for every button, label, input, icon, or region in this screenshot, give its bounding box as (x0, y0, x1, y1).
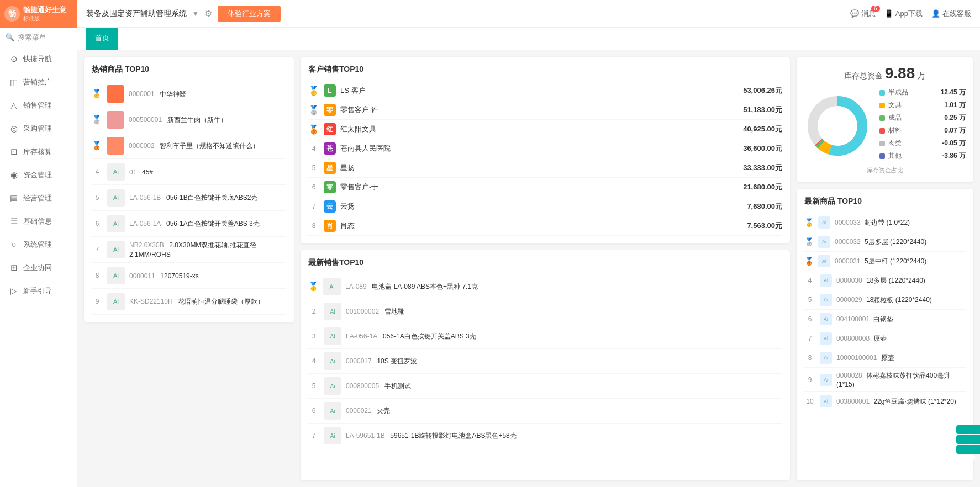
sidebar-item-guide[interactable]: ▷ 新手引导 (0, 279, 77, 303)
product-code: 0000001 (129, 90, 155, 98)
product-details: 0000021 夹壳 (346, 406, 782, 416)
latest-product-row: 7 Ai 000800008 原壶 (804, 329, 966, 348)
product-name: 电池盖 LA-089 ABS本色+黑种 7.1克 (372, 283, 478, 290)
home-icon: ⊙ (9, 54, 19, 64)
latest-product-row: 🥇 Ai 0000033 封边带 (1.0*22) (804, 213, 966, 232)
top-customer-row: 🥇 L LS 客户 53,006.26元 (308, 81, 782, 100)
product-icon: Ai (824, 377, 828, 383)
product-icon: Ai (824, 316, 828, 322)
product-code: 000800008 (836, 335, 870, 342)
product-icon: Ai (113, 246, 119, 253)
product-code: KK-SD22110H (129, 298, 173, 305)
sidebar-item-inventory[interactable]: ⊡ 库存核算 (0, 140, 77, 163)
sidebar-item-cooperation[interactable]: ⊞ 企业协同 (0, 256, 77, 279)
product-name: 原壶 (881, 354, 894, 362)
product-icon: Ai (330, 433, 335, 439)
float-buttons: 客服热线 服务社区 直播 (956, 425, 980, 454)
sidebar-item-sales[interactable]: △ 销售管理 (0, 94, 77, 117)
hot-products-list: 🥇 0000001 中华神酱 🥈 000500001 新西兰牛肉（新牛） 🥉 0… (92, 81, 286, 315)
product-name: 手机测试 (384, 382, 411, 390)
sidebar-item-finance[interactable]: ◉ 资金管理 (0, 163, 77, 187)
product-details: 0000011 12070519-xs (129, 272, 286, 280)
product-image-placeholder: Ai (820, 294, 832, 306)
legend-label: 材料 (888, 126, 902, 135)
main-content: 热销商品 TOP10 🥇 0000001 中华神酱 🥈 000500001 新西… (77, 50, 980, 487)
legend-item: 其他 -3.86 万 (879, 151, 966, 161)
legend-label-group: 文具 (879, 100, 902, 110)
legend-color-dot (879, 103, 885, 108)
bronze-medal-icon: 🥉 (308, 124, 319, 135)
inventory-value: 9.88 (885, 65, 915, 82)
product-image-placeholder: Ai (818, 216, 830, 229)
gold-medal-icon: 🥇 (308, 86, 319, 96)
nav-label-inventory: 库存核算 (23, 147, 52, 157)
product-image-placeholder: Ai (324, 327, 341, 345)
rank-number: 5 (92, 194, 103, 202)
sidebar-item-marketing[interactable]: ◫ 营销推广 (0, 71, 77, 94)
top-customers-card: 客户销售TOP10 🥇 L LS 客户 53,006.26元 🥈 零 零售客户-… (301, 57, 790, 244)
product-code: NB2.0X30B (129, 241, 164, 249)
product-name: 45# (142, 168, 153, 176)
product-code: 0000033 (835, 219, 861, 226)
legend-color-dot (879, 141, 885, 146)
legend-color-dot (879, 115, 885, 121)
product-name: 056-1B白色按键开关底ABS2壳 (166, 194, 257, 202)
app-download-button[interactable]: 📱 App下载 (884, 9, 923, 19)
inventory-legend: 半成品 12.45 万 文具 1.01 万 成品 0.25 万 材料 0.07 … (879, 88, 966, 164)
product-image-placeholder: Ai (107, 215, 125, 232)
message-badge: 6 (871, 6, 880, 12)
product-image-placeholder: Ai (324, 402, 341, 420)
rank-number: 6 (308, 407, 319, 415)
bronze-medal-icon: 🥉 (92, 141, 102, 151)
search-label: 搜索菜单 (18, 33, 46, 43)
customer-badge: 红 (324, 123, 336, 135)
left-panel: 热销商品 TOP10 🥇 0000001 中华神酱 🥈 000500001 新西… (84, 57, 294, 480)
product-name: 5层多层 (1220*2440) (865, 238, 926, 246)
product-image-placeholder: Ai (820, 395, 832, 407)
message-button[interactable]: 💬 消息 6 (850, 9, 876, 19)
rank-number: 4 (804, 277, 815, 284)
customer-amount: 53,006.26元 (743, 86, 782, 96)
product-image-placeholder: Ai (107, 163, 125, 181)
rank-number: 7 (92, 246, 103, 253)
product-details: LA-056-1B 056-1B白色按键开关底ABS2壳 (129, 193, 286, 203)
product-icon: Ai (113, 168, 119, 175)
product-details: 10000100001 原壶 (836, 353, 966, 363)
dropdown-icon[interactable]: ▼ (192, 10, 199, 18)
product-details: 0000017 10S 变扭罗浚 (346, 357, 782, 366)
sidebar-item-basic-info[interactable]: ☰ 基础信息 (0, 210, 77, 233)
float-btn-service[interactable]: 客服热线 (956, 425, 980, 434)
legend-label: 成品 (888, 113, 902, 123)
product-name: 中华神酱 (160, 90, 186, 98)
product-image-placeholder: Ai (107, 189, 125, 207)
purchase-icon: ◎ (9, 124, 19, 134)
latest-sales-list: 🥇 Ai LA-089 电池盖 LA-089 ABS本色+黑种 7.1克 2 A… (308, 274, 782, 448)
sidebar-item-system[interactable]: ○ 系统管理 (0, 233, 77, 256)
trial-button[interactable]: 体验行业方案 (218, 6, 281, 22)
latest-product-row: 6 Ai 004100001 白钢垫 (804, 310, 966, 329)
sidebar-item-quick-nav[interactable]: ⊙ 快捷导航 (0, 47, 77, 71)
legend-label-group: 半成品 (879, 88, 908, 97)
legend-label-group: 材料 (879, 126, 902, 135)
customer-name: 苍南县人民医院 (340, 144, 739, 153)
service-label: 在线客服 (942, 9, 971, 19)
float-btn-community[interactable]: 服务社区 (956, 435, 980, 444)
product-code: 01 (129, 168, 136, 176)
tab-home[interactable]: 首页 (86, 28, 118, 50)
product-icon: Ai (822, 220, 826, 225)
product-image-placeholder: Ai (323, 278, 341, 295)
settings-icon[interactable]: ⚙ (204, 8, 212, 19)
nav-label-purchase: 采购管理 (23, 124, 52, 134)
app-download-label: App下载 (895, 9, 923, 19)
float-btn-live[interactable]: 直播 (956, 445, 980, 454)
product-details: LA-59651-1B 59651-1B旋转投影灯电池盒ABS黑色+58壳 (346, 431, 782, 441)
rank-number: 6 (804, 315, 815, 323)
product-details: KK-SD22110H 花语萌恒温分腿睡袋（厚款） (129, 297, 286, 306)
system-title: 装备及固定资产辅助管理系统 (86, 9, 187, 19)
sidebar-item-purchase[interactable]: ◎ 采购管理 (0, 117, 77, 140)
search-menu[interactable]: 🔍 搜索菜单 (0, 28, 77, 47)
online-service-button[interactable]: 👤 在线客服 (931, 9, 971, 19)
latest-sale-row: 6 Ai 0000021 夹壳 (308, 399, 782, 424)
sidebar-item-operations[interactable]: ▤ 经营管理 (0, 187, 77, 210)
product-name: 59651-1B旋转投影灯电池盒ABS黑色+58壳 (390, 432, 516, 440)
